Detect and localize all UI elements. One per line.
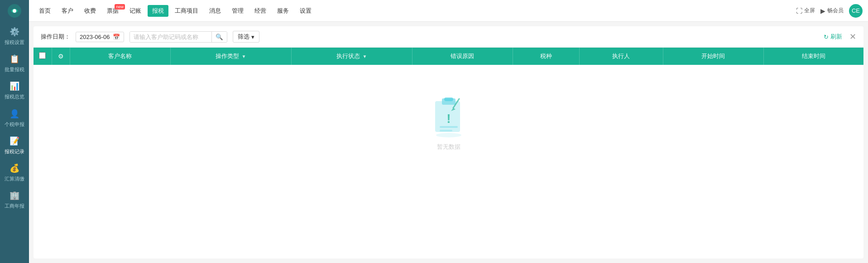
nav-piaoju[interactable]: 票据 new — [102, 5, 123, 17]
empty-illustration: ! — [428, 92, 469, 137]
piliang-baoshui-icon: 📋 — [8, 53, 21, 65]
th-operation-type: 操作类型 ▼ — [170, 48, 291, 65]
nav-gongshang-xiangmu[interactable]: 工商项目 — [170, 5, 203, 17]
refresh-icon: ↻ — [824, 34, 829, 40]
date-picker[interactable]: 2023-06-06 📅 — [76, 32, 124, 42]
th-checkbox — [34, 48, 52, 65]
data-table: ⚙ 客户名称 操作类型 ▼ 执行状态 ▼ 错误原因 税种 执行 — [34, 48, 863, 65]
svg-rect-7 — [440, 130, 452, 132]
nav-guanli[interactable]: 管理 — [227, 5, 248, 17]
baoshui-shezhi-icon: ⚙️ — [8, 25, 21, 38]
th-settings: ⚙ — [52, 48, 70, 65]
nav-baoshui[interactable]: 报税 — [148, 5, 168, 17]
th-error-reason: 错误原因 — [412, 48, 513, 65]
topnav: 首页 客户 收费 票据 new 记账 报税 工商项目 消息 管理 经营 服务 设… — [29, 0, 868, 22]
nav-shezhi[interactable]: 设置 — [295, 5, 316, 17]
sidebar-item-baoshui-zonlan[interactable]: 📊 报税总览 — [0, 76, 29, 103]
empty-text: 暂无数据 — [437, 143, 460, 151]
date-label: 操作日期： — [41, 33, 70, 41]
nav-jingying[interactable]: 经营 — [250, 5, 271, 17]
sidebar-item-piliang-baoshui[interactable]: 📋 批量报税 — [0, 49, 29, 76]
search-box: 🔍 — [129, 31, 227, 43]
search-icon: 🔍 — [216, 34, 223, 40]
topnav-right: ⛶ 全屏 ▶ 畅会员 CE — [796, 4, 863, 18]
nav-xiaoxi[interactable]: 消息 — [205, 5, 225, 17]
toolbar: 操作日期： 2023-06-06 📅 🔍 筛选 ▾ ↻ 刷新 ✕ — [34, 26, 863, 48]
th-executor: 执行人 — [579, 48, 663, 65]
baoshui-jilu-icon: 📝 — [8, 135, 21, 147]
sort-exec-icon: ▼ — [362, 54, 367, 59]
filter-label: 筛选 — [238, 33, 249, 41]
fullscreen-label: 全屏 — [804, 7, 815, 15]
svg-point-1 — [13, 9, 16, 13]
sidebar-item-gongshang-nianbao-label: 工商年报 — [5, 203, 24, 209]
member-label: 畅会员 — [827, 7, 844, 15]
main-area: 首页 客户 收费 票据 new 记账 报税 工商项目 消息 管理 经营 服务 设… — [29, 0, 868, 263]
sidebar-item-huisuan-jiaona-label: 汇算清缴 — [5, 176, 24, 182]
nav-jizhang[interactable]: 记账 — [125, 5, 146, 17]
sidebar-item-geshui-shenbao-label: 个税申报 — [5, 122, 24, 127]
huisuan-jiaona-icon: 💰 — [8, 162, 21, 175]
nav-customer[interactable]: 客户 — [57, 5, 78, 17]
refresh-button[interactable]: ↻ 刷新 — [824, 33, 842, 41]
content-area: 操作日期： 2023-06-06 📅 🔍 筛选 ▾ ↻ 刷新 ✕ — [34, 26, 863, 258]
sidebar-item-baoshui-shezhi-label: 报税设置 — [5, 39, 24, 45]
sort-operation-icon: ▼ — [242, 54, 246, 59]
sidebar-item-geshui-shenbao[interactable]: 👤 个税申报 — [0, 104, 29, 131]
sidebar-item-baoshui-shezhi[interactable]: ⚙️ 报税设置 — [0, 22, 29, 49]
baoshui-zonlan-icon: 📊 — [8, 80, 21, 93]
member-button[interactable]: ▶ 畅会员 — [820, 7, 844, 15]
svg-rect-6 — [440, 126, 458, 128]
nav-home[interactable]: 首页 — [34, 5, 55, 17]
nav-items: 首页 客户 收费 票据 new 记账 报税 工商项目 消息 管理 经营 服务 设… — [34, 5, 796, 17]
avatar[interactable]: CE — [849, 4, 863, 18]
svg-rect-4 — [444, 97, 453, 101]
close-button[interactable]: ✕ — [849, 33, 856, 41]
sidebar-item-gongshang-nianbao[interactable]: 🏢 工商年报 — [0, 185, 29, 213]
table-container: ⚙ 客户名称 操作类型 ▼ 执行状态 ▼ 错误原因 税种 执行 — [34, 48, 863, 258]
new-badge: new — [115, 4, 125, 10]
gongshang-nianbao-icon: 🏢 — [8, 189, 21, 202]
sidebar-item-baoshui-zonlan-label: 报税总览 — [5, 94, 24, 100]
th-customer-name: 客户名称 — [70, 48, 170, 65]
nav-fuwu[interactable]: 服务 — [273, 5, 293, 17]
select-all-checkbox[interactable] — [39, 52, 46, 59]
search-button[interactable]: 🔍 — [211, 32, 227, 42]
sidebar-item-baoshui-jilu[interactable]: 📝 报税记录 — [0, 131, 29, 158]
th-end-time: 结束时间 — [763, 48, 863, 65]
calendar-icon: 📅 — [113, 34, 120, 40]
nav-shoufei[interactable]: 收费 — [80, 5, 101, 17]
member-icon: ▶ — [820, 7, 825, 15]
search-input[interactable] — [130, 32, 211, 42]
th-start-time: 开始时间 — [663, 48, 763, 65]
refresh-label: 刷新 — [830, 33, 842, 41]
svg-text:!: ! — [446, 112, 451, 126]
th-tax-type: 税种 — [513, 48, 579, 65]
svg-point-10 — [436, 133, 461, 137]
sidebar-item-baoshui-jilu-label: 报税记录 — [5, 149, 24, 155]
fullscreen-icon: ⛶ — [796, 7, 802, 15]
sidebar-item-piliang-baoshui-label: 批量报税 — [5, 67, 24, 73]
sidebar: ⚙️ 报税设置 📋 批量报税 📊 报税总览 👤 个税申报 📝 报税记录 💰 汇算… — [0, 0, 29, 263]
th-exec-status: 执行状态 ▼ — [291, 48, 412, 65]
fullscreen-button[interactable]: ⛶ 全屏 — [796, 7, 815, 15]
logo[interactable] — [0, 0, 29, 22]
empty-state: ! 暂无数据 — [34, 65, 863, 178]
chevron-down-icon: ▾ — [251, 34, 254, 40]
geshui-shenbao-icon: 👤 — [8, 107, 21, 120]
toolbar-right: ↻ 刷新 ✕ — [824, 33, 856, 41]
column-settings-icon[interactable]: ⚙ — [58, 53, 64, 60]
date-value: 2023-06-06 — [80, 34, 110, 40]
sidebar-item-huisuan-jiaona[interactable]: 💰 汇算清缴 — [0, 158, 29, 185]
filter-button[interactable]: 筛选 ▾ — [233, 31, 259, 43]
